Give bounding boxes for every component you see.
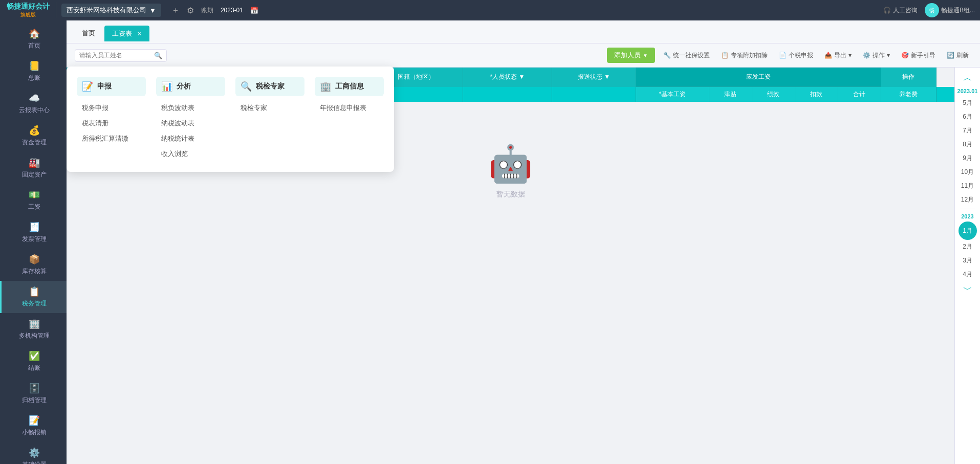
- inventory-icon: 📦: [29, 254, 40, 265]
- calendar-icon[interactable]: 📅: [250, 7, 258, 14]
- period-label: 账期: [201, 6, 213, 15]
- cal-year-2022: 2023.01: [957, 86, 978, 96]
- avatar: 畅: [925, 3, 939, 17]
- th-empty10: [937, 87, 954, 102]
- tax-return-button[interactable]: 📄 个税申报: [776, 49, 816, 62]
- menu-item-tax-list[interactable]: 税表清册: [77, 116, 146, 131]
- cal-month-11[interactable]: 11月: [957, 179, 978, 193]
- th-deduction: 扣款: [795, 87, 838, 102]
- sidebar-item-fixed-asset[interactable]: 🏭 固定资产: [0, 152, 67, 184]
- company-name: 西安虾米网络科技有限公司: [67, 6, 146, 15]
- cal-month-2[interactable]: 2月: [957, 240, 978, 254]
- sidebar-item-tax[interactable]: 📋 税务管理: [0, 281, 67, 313]
- no-data-text: 暂无数据: [496, 190, 525, 199]
- home-icon: 🏠: [29, 28, 40, 39]
- menu-item-annual-report[interactable]: 年报信息申报表: [315, 100, 384, 116]
- sidebar-item-small-report[interactable]: 📝 小畅报销: [0, 410, 67, 442]
- menu-section-business-info: 🏢 工商信息 年报信息申报表: [315, 77, 384, 162]
- refresh-label: 刷新: [956, 51, 969, 60]
- salary-icon: 💵: [29, 189, 40, 201]
- analysis-title: 分析: [177, 82, 191, 91]
- cal-prev-button[interactable]: ︿: [961, 70, 974, 86]
- new-guide-label: 新手引导: [911, 51, 935, 60]
- sidebar-item-inventory[interactable]: 📦 库存核算: [0, 249, 67, 281]
- sidebar-item-invoice[interactable]: 🧾 发票管理: [0, 216, 67, 249]
- cal-month-10[interactable]: 10月: [957, 165, 978, 179]
- th-report-status: 报送状态 ▼: [552, 68, 636, 87]
- tab-home[interactable]: 首页: [75, 26, 102, 41]
- add-person-button[interactable]: 添加人员 ▼: [607, 48, 655, 63]
- sidebar-label-ledger: 总账: [28, 74, 40, 82]
- user-profile[interactable]: 畅 畅捷通B组...: [925, 3, 975, 17]
- sidebar: 🏠 首页 📒 总账 ☁️ 云报表中心 💰 资金管理 🏭 固定资产 💵 工资 🧾 …: [0, 20, 67, 464]
- sidebar-item-archive[interactable]: 🗄️ 归档管理: [0, 378, 67, 410]
- new-guide-icon: 🎯: [901, 52, 909, 59]
- social-insurance-button[interactable]: 🔧 统一社保设置: [660, 49, 713, 62]
- app-logo: 畅捷通好会计 旗舰版: [5, 2, 56, 18]
- sidebar-item-fund[interactable]: 💰 资金管理: [0, 120, 67, 152]
- customer-service-button[interactable]: 🎧 人工咨询: [883, 6, 918, 15]
- cal-month-3[interactable]: 3月: [957, 254, 978, 268]
- tab-salary-table[interactable]: 工资表 ✕: [104, 26, 149, 41]
- export-button[interactable]: 📤 导出 ▾: [821, 49, 855, 62]
- menu-item-income-browse[interactable]: 收入浏览: [156, 146, 225, 162]
- settings-icon[interactable]: ⚙: [187, 6, 194, 15]
- cal-month-4[interactable]: 4月: [957, 268, 978, 281]
- cal-month-5[interactable]: 5月: [957, 96, 978, 110]
- sidebar-label-settlement: 结账: [28, 364, 40, 372]
- sidebar-item-salary[interactable]: 💵 工资: [0, 184, 67, 216]
- fixed-asset-icon: 🏭: [29, 157, 40, 168]
- content-area: 首页 工资表 ✕ 🔍 添加人员 ▼ 🔧 统一社保设置: [67, 20, 980, 464]
- header-right: 🎧 人工咨询 畅 畅捷通B组...: [883, 3, 975, 17]
- declaration-title: 申报: [97, 82, 112, 91]
- th-empty8: [463, 87, 552, 102]
- tax-return-icon: 📄: [779, 52, 787, 59]
- sidebar-item-multi-org[interactable]: 🏢 多机构管理: [0, 313, 67, 345]
- menu-item-tax-payment[interactable]: 纳税波动表: [156, 116, 225, 131]
- search-icon: 🔍: [154, 52, 162, 59]
- report-filter-icon[interactable]: ▼: [604, 73, 610, 80]
- cal-month-6[interactable]: 6月: [957, 110, 978, 124]
- refresh-button[interactable]: 🔄 刷新: [944, 49, 972, 62]
- cal-month-9[interactable]: 9月: [957, 151, 978, 165]
- menu-item-tax-expert[interactable]: 税检专家: [235, 100, 304, 116]
- th-ops: 操作: [881, 68, 937, 87]
- sidebar-item-home[interactable]: 🏠 首页: [0, 23, 67, 55]
- tax-expert-title: 税检专家: [256, 82, 285, 91]
- sidebar-label-fixed-asset: 固定资产: [22, 170, 47, 179]
- tab-close-icon[interactable]: ✕: [137, 31, 142, 37]
- add-icon[interactable]: ＋: [171, 5, 180, 16]
- special-deduction-button[interactable]: 📋 专项附加扣除: [718, 49, 771, 62]
- sidebar-item-cloud-report[interactable]: ☁️ 云报表中心: [0, 87, 67, 120]
- search-input[interactable]: [79, 52, 151, 59]
- cal-month-7[interactable]: 7月: [957, 124, 978, 138]
- settlement-icon: ✅: [29, 350, 40, 362]
- main-layout: 🏠 首页 📒 总账 ☁️ 云报表中心 💰 资金管理 🏭 固定资产 💵 工资 🧾 …: [0, 20, 980, 464]
- menu-item-tax-stats[interactable]: 纳税统计表: [156, 131, 225, 146]
- menu-item-income-tax[interactable]: 所得税汇算清缴: [77, 131, 146, 146]
- sidebar-item-settlement[interactable]: ✅ 结账: [0, 345, 67, 378]
- tab-home-label: 首页: [82, 29, 95, 37]
- operations-chevron-icon: ▾: [887, 52, 890, 59]
- menu-item-tax-burden[interactable]: 税负波动表: [156, 100, 225, 116]
- sidebar-item-basic-settings[interactable]: ⚙️ 基础设置: [0, 442, 67, 464]
- gear-icon: ⚙️: [29, 447, 40, 458]
- menu-item-tax-declaration[interactable]: 税务申报: [77, 100, 146, 116]
- operations-button[interactable]: ⚙️ 操作 ▾: [860, 49, 893, 62]
- business-icon: 🏢: [320, 81, 331, 92]
- cal-month-8[interactable]: 8月: [957, 138, 978, 151]
- export-chevron-icon: ▾: [848, 52, 852, 59]
- cal-next-button[interactable]: ﹀: [961, 281, 974, 298]
- operations-label: 操作: [873, 51, 885, 60]
- cal-month-1[interactable]: 1月: [959, 222, 977, 240]
- refresh-icon: 🔄: [947, 52, 954, 59]
- sidebar-item-ledger[interactable]: 📒 总账: [0, 55, 67, 87]
- company-selector[interactable]: 西安虾米网络科技有限公司 ▼: [61, 4, 161, 17]
- headset-icon: 🎧: [883, 7, 891, 14]
- menu-section-analysis: 📊 分析 税负波动表 纳税波动表 纳税统计表 收入浏览: [156, 77, 225, 162]
- status-filter-icon[interactable]: ▼: [519, 73, 525, 80]
- social-insurance-icon: 🔧: [663, 52, 671, 59]
- new-guide-button[interactable]: 🎯 新手引导: [898, 49, 939, 62]
- cal-month-12[interactable]: 12月: [957, 193, 978, 207]
- invoice-icon: 🧾: [29, 222, 40, 233]
